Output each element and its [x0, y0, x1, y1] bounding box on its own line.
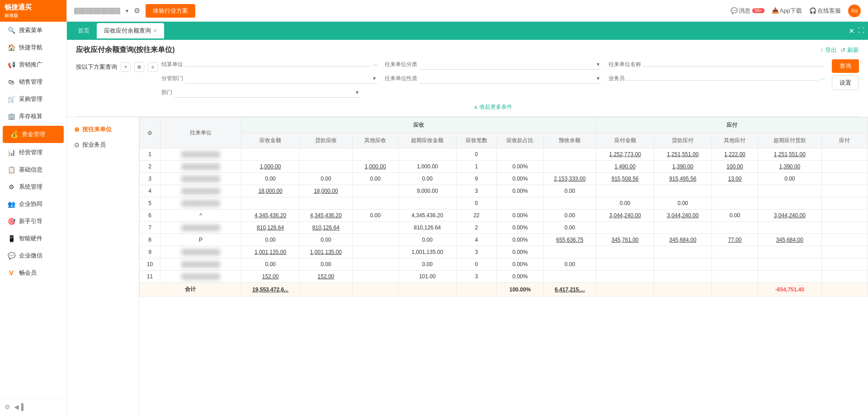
sidebar-item-vip[interactable]: V 畅会员: [0, 264, 66, 281]
salesperson-input[interactable]: [627, 76, 818, 81]
other-receivable[interactable]: 1,000.00: [352, 161, 398, 173]
settlement-unit-ellipsis[interactable]: ···: [373, 62, 377, 68]
sidebar-item-purchase[interactable]: 🛒 采购管理: [0, 91, 66, 108]
by-salesperson-icon: ⊙: [74, 141, 80, 148]
filter-collapse-more[interactable]: ∧ 收起更多条件: [161, 101, 825, 113]
fullscreen-icon[interactable]: ⛶: [858, 27, 864, 35]
partner-nature-select[interactable]: ▾: [419, 73, 601, 84]
refresh-btn[interactable]: ↺ 刷新: [840, 46, 859, 54]
sidebar-item-sales[interactable]: 🛍 销售管理: [0, 73, 66, 91]
overdue-payable[interactable]: 1,390.00: [758, 161, 822, 173]
sidebar-item-operations[interactable]: 📊 经营管理: [0, 144, 66, 161]
query-btn[interactable]: 查询: [832, 59, 859, 73]
sidebar-item-marketing[interactable]: 📢 营销推广: [0, 56, 66, 73]
overdue-payable: [758, 271, 822, 283]
loan-payable[interactable]: 3,044,240.00: [654, 210, 712, 222]
receivable-amount[interactable]: 1,001,135.00: [241, 246, 299, 258]
loan-payable[interactable]: 1,251,551.00: [654, 148, 712, 161]
receivable-amount[interactable]: 4,345,436.20: [241, 210, 299, 222]
salesperson-ellipsis[interactable]: ···: [820, 76, 825, 82]
other-payable[interactable]: 13.00: [712, 173, 758, 185]
filter-collapse-btn[interactable]: «: [148, 62, 158, 72]
advance-balance: 0.00: [543, 210, 596, 222]
loan-payable[interactable]: 345,684.00: [654, 234, 712, 246]
sidebar-item-label: 经营管理: [19, 148, 42, 157]
sidebar-item-wechat[interactable]: 💬 企业微信: [0, 247, 66, 264]
overdue-payable[interactable]: 1,251,551.00: [758, 148, 822, 161]
department-select[interactable]: ▾: [185, 73, 377, 84]
collapse-sidebar-icon[interactable]: ◀▐: [14, 403, 24, 410]
other-receivable: [352, 185, 398, 197]
left-panel-by-salesperson[interactable]: ⊙ 按业务员: [67, 137, 139, 153]
overdue-payable[interactable]: 345,684.00: [758, 234, 822, 246]
sidebar-item-finance[interactable]: 💰 资金管理: [3, 126, 64, 143]
receivable-amount[interactable]: 18,000.00: [241, 185, 299, 197]
other-payable[interactable]: 1,222.00: [712, 148, 758, 161]
payable-amount[interactable]: 1,490.00: [596, 161, 654, 173]
sidebar-item-basic-info[interactable]: 📋 基础信息: [0, 161, 66, 178]
tab-close-icon[interactable]: ×: [154, 28, 157, 34]
settlement-unit-input[interactable]: [185, 62, 371, 67]
other-receivable: [352, 234, 398, 246]
other-payable[interactable]: 100.00: [712, 161, 758, 173]
loan-payable[interactable]: 915,495.56: [654, 173, 712, 185]
topbar-actions: 💬 消息 99+ 📥 App下载 🎧 在线客服 Rit: [731, 5, 861, 17]
settings-bottom-icon[interactable]: ⚙: [5, 403, 10, 410]
sidebar-item-system[interactable]: ⚙ 系统管理: [0, 178, 66, 196]
table-row: 11██████████152.00152.00101.0030.00%: [140, 271, 868, 283]
left-panel-by-partner[interactable]: ⊕ 按往来单位: [67, 122, 139, 137]
payable-amount[interactable]: 345,761.00: [596, 234, 654, 246]
loan-receivable[interactable]: 4,345,436.20: [300, 210, 352, 222]
receivable-amount[interactable]: 152.00: [241, 271, 299, 283]
overdue-payable[interactable]: 3,044,240.00: [758, 210, 822, 222]
footer-receivable-amount[interactable]: 19,553,472,6...: [241, 283, 299, 296]
close-window-icon[interactable]: ✕: [849, 27, 854, 35]
tab-home[interactable]: 首页: [71, 23, 97, 38]
dropdown-arrow-icon[interactable]: ▾: [126, 8, 128, 14]
tab-active[interactable]: 应收应付余额查询 ×: [97, 23, 164, 38]
settlement-unit-label: 结算单位: [161, 61, 183, 68]
other-payable[interactable]: 77.00: [712, 234, 758, 246]
payable-amount[interactable]: 915,508.56: [596, 173, 654, 185]
sidebar-item-hardware[interactable]: 📱 智能硬件: [0, 230, 66, 247]
filter-settings-apply-btn[interactable]: 设置: [832, 76, 859, 90]
loan-payable[interactable]: 1,390.00: [654, 161, 712, 173]
partner-category-select[interactable]: ▾: [419, 59, 601, 70]
payable-amount[interactable]: 3,044,240.00: [596, 210, 654, 222]
loan-receivable[interactable]: 152.00: [300, 271, 352, 283]
sidebar-item-search[interactable]: 🔍 搜索菜单: [0, 22, 66, 39]
loan-receivable: 0.00: [300, 173, 352, 185]
footer-advance-balance[interactable]: 6,417,215....: [543, 283, 596, 296]
loan-receivable[interactable]: 18,000.00: [300, 185, 352, 197]
app-download-btn[interactable]: 📥 App下载: [772, 7, 802, 15]
partner-name-input[interactable]: [643, 62, 825, 67]
filter-settings-btn[interactable]: ⊕: [134, 62, 144, 72]
sidebar-item-nav[interactable]: 🏠 快捷导航: [0, 39, 66, 56]
loan-receivable[interactable]: 1,001,135.00: [300, 246, 352, 258]
export-btn[interactable]: ↑ 导出: [821, 46, 837, 54]
receivable-amount[interactable]: 810,126.64: [241, 222, 299, 234]
advance-balance[interactable]: 655,636.75: [543, 234, 596, 246]
sidebar-item-inventory[interactable]: 🏢 库存核算: [0, 108, 66, 125]
online-service-btn[interactable]: 🎧 在线客服: [809, 7, 841, 15]
filter-add-btn[interactable]: +: [121, 62, 131, 72]
overdue-receivable: 101.00: [398, 271, 456, 283]
data-table: ⚙ 往来单位 应收 应付 应收金额 贷款应收 其他应收 超期应收金额 应收笔数 …: [139, 117, 868, 296]
col-settings-icon[interactable]: ⚙: [140, 118, 160, 148]
loan-receivable[interactable]: 810,126.64: [300, 222, 352, 234]
advance-balance[interactable]: 2,153,333.00: [543, 173, 596, 185]
topbar-gear-icon[interactable]: ⚙: [134, 6, 140, 15]
payable-amount[interactable]: 1,252,773.00: [596, 148, 654, 161]
message-btn[interactable]: 💬 消息 99+: [731, 7, 764, 15]
sidebar-item-enterprise[interactable]: 👥 企业协同: [0, 196, 66, 213]
dept-select[interactable]: ▾: [174, 87, 360, 98]
avatar[interactable]: Rit: [848, 5, 861, 17]
dept-label: 部门: [161, 89, 172, 96]
sidebar-item-guide[interactable]: 🎯 新手引导: [0, 213, 66, 230]
other-receivable: [352, 246, 398, 258]
industry-btn[interactable]: 体验行业方案: [146, 4, 195, 18]
receivable-amount[interactable]: 1,000.00: [241, 161, 299, 173]
footer-receivable-ratio: 100.00%: [497, 283, 544, 296]
app-name: 畅捷通买: [5, 3, 32, 12]
row-number: 11: [140, 271, 160, 283]
